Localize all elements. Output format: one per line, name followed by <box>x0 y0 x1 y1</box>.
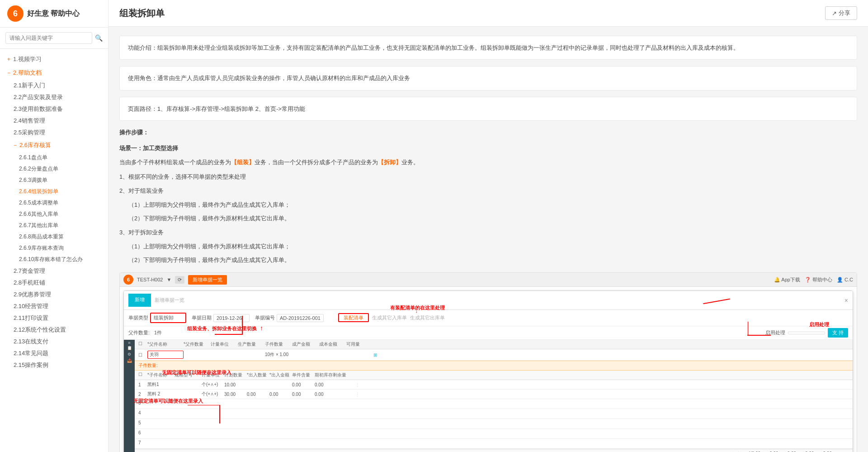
row1-check[interactable]: ☐ <box>138 352 147 357</box>
sidebar-item-cost-adjust[interactable]: 2.6.5成本调整单 <box>0 197 108 209</box>
step-1: 1、根据不同的业务，选择不同单据的类型来处理 <box>119 171 857 183</box>
col-avail-qty: 可用量 <box>346 341 373 347</box>
sidebar-item-finance[interactable]: 2.7资金管理 <box>0 265 108 277</box>
lcol-remain: 剩余量 <box>333 372 355 378</box>
app-icon-help: ❓ 帮助中心 <box>805 276 832 283</box>
field-count-label: 父件数量: <box>128 329 150 336</box>
sidebar-item-sales[interactable]: 2.4销售管理 <box>0 115 108 127</box>
inner-app-logo: 6 <box>123 275 133 285</box>
ann4-text: 无固定清单可以随便在这里录入 <box>162 369 231 376</box>
arr4-line <box>219 405 220 423</box>
inner-app-title-bar: 新增 新增单据一览 × <box>124 291 853 310</box>
lower-table-header: ☐ *子件名称 规格型号 计量单位 计划数量 *出入数量 *出入金额 单件含量 … <box>135 371 853 380</box>
lrow2-init: 0.00 <box>315 392 333 397</box>
ann4-overlay: 无固定清单可以随便在这里录入 <box>133 398 203 404</box>
lrow2-act[interactable]: ⋮ <box>355 392 364 397</box>
inner-app-close-btn[interactable]: × <box>844 297 848 304</box>
share-icon: ↗ <box>832 10 837 17</box>
step-2-1: （1）上部明细为父件明细，最终作为产成品生成其它入库单； <box>119 200 857 211</box>
sidebar-item-online-pay[interactable]: 2.13在线支付 <box>0 336 108 347</box>
field-enable-input[interactable]: 启用处理 <box>788 332 825 334</box>
sidebar-item-transfer[interactable]: 2.6.3调拨单 <box>0 175 108 186</box>
search-icon[interactable]: 🔍 <box>95 34 103 42</box>
lcol-check: ☐ <box>138 372 147 378</box>
row1-parent-name[interactable]: 关羽 <box>147 351 184 359</box>
sidebar-item-partial-stock[interactable]: 2.6.2分量盘点单 <box>0 163 108 175</box>
field-doc-no: 单据编号 AD-20191226-001 <box>255 314 324 322</box>
sidebar-item-newbie[interactable]: 2.1新手入门 <box>0 80 108 91</box>
sidebar-item-other-in[interactable]: 2.6.6其他入库单 <box>0 209 108 220</box>
lrow2-no: 2 <box>138 392 147 397</box>
left-icon-3: ⚙ <box>127 352 131 357</box>
sidebar-item-purchase[interactable]: 2.5采购管理 <box>0 127 108 138</box>
lrow2-unit: 个(+∧+) <box>202 391 224 397</box>
table-footer-totals: 合计 ¥0.00 0.00 0.00 0.00 0.00 ⊞ <box>135 449 853 452</box>
col-action <box>373 341 382 347</box>
sidebar-item-customization[interactable]: 2.12系统个性化设置 <box>0 324 108 336</box>
lower-table-row-1: 1 黑料1 个(+∧+) 10.00 0.00 0.00 ⋮ <box>135 380 853 390</box>
sidebar-item-stock-check[interactable]: 2.6.1盘点单 <box>0 152 108 163</box>
inner-tab-list[interactable]: 新增单据一览 <box>155 297 184 304</box>
field-doc-type-value[interactable]: 组装拆卸 <box>150 313 186 323</box>
sidebar-item-print[interactable]: 2.11打印设置 <box>0 312 108 324</box>
lrow2-io-qty: 0.00 <box>247 392 269 397</box>
search-input[interactable] <box>5 32 92 44</box>
lrow5-no: 5 <box>138 420 147 427</box>
left-icon-bar: ≡ 📋 ⚙ 📤 <box>124 340 135 452</box>
lrow1-act[interactable]: ⋮ <box>355 382 364 387</box>
col-sub-qty: 子件数量 <box>265 341 292 347</box>
sidebar-label-video: 1.视频学习 <box>13 55 42 63</box>
col-cost-amt: 成本金额 <box>319 341 346 347</box>
lower-table-row-5: 5 <box>135 419 853 429</box>
lower-table-row-2: 2 黑料 2 个(+∧+) 30.00 0.00 0.00 0.00 0.00 … <box>135 390 853 399</box>
sidebar-item-assembly[interactable]: 2.6.4组装拆卸单 <box>0 186 108 197</box>
ann2-area: 组装业务、拆卸业务在这里切换 ↑ <box>187 324 263 332</box>
share-button[interactable]: ↗ 分享 <box>825 6 857 20</box>
col-prod-amt: 成产金额 <box>292 341 319 347</box>
sidebar-item-ops[interactable]: 2.10经营管理 <box>0 300 108 312</box>
lower-table-row-4: 4 <box>135 409 853 419</box>
intro-block: 功能介绍：组装拆卸单用来处理企业组装或拆卸等加工业务，支持有固定装配清单的产品加… <box>119 36 857 60</box>
sidebar-item-cases[interactable]: 2.15操作案例 <box>0 359 108 371</box>
sidebar-item-ledger-fix[interactable]: 2.6.10库存账本错了怎么办 <box>0 254 108 265</box>
lrow1-init: 0.00 <box>315 382 333 387</box>
lower-table-row-6: 6 <box>135 429 853 439</box>
sidebar-item-install[interactable]: 2.2产品安装及登录 <box>0 91 108 103</box>
table-section: ≡ 📋 ⚙ 📤 ☐ *父件名称 *父件数量 计量单位 生产数量 <box>124 340 853 452</box>
sidebar-item-inventory[interactable]: − 2.6库存核算 <box>0 138 108 152</box>
sidebar: 6 好生意 帮助中心 🔍 + 1.视频学习 − 2.帮助文档 2.1新手入门 2… <box>0 0 108 452</box>
inner-tab-new[interactable]: 新增 <box>128 294 151 307</box>
sidebar-item-ledger-query[interactable]: 2.6.9库存账本查询 <box>0 243 108 254</box>
sidebar-item-video[interactable]: + 1.视频学习 <box>0 52 108 66</box>
row1-sub-qty: 10件 × 1.00 <box>265 352 292 358</box>
lcol-act <box>355 372 364 378</box>
expand-icon: + <box>7 56 10 62</box>
sidebar-item-docs[interactable]: − 2.帮助文档 <box>0 66 108 80</box>
field-doc-type: 单据类型 组装拆卸 <box>128 313 186 323</box>
row1-expand[interactable]: ⊞ <box>373 352 382 357</box>
ann2-text: 组装业务、拆卸业务在这里切换 <box>187 326 257 331</box>
btn-gen-in[interactable]: 生成其它入库单 <box>372 315 407 320</box>
app-logo-icon: 6 <box>7 5 24 22</box>
sidebar-item-cost-recalc[interactable]: 2.6.8商品成本重算 <box>0 231 108 243</box>
field-date-value[interactable]: 2019-12-26 <box>213 314 250 322</box>
sidebar-item-other-out[interactable]: 2.6.7其他出库单 <box>0 220 108 231</box>
lrow4-no: 4 <box>138 410 147 417</box>
sidebar-item-coupon[interactable]: 2.9优惠券管理 <box>0 289 108 300</box>
sidebar-item-faq[interactable]: 2.14常见问题 <box>0 347 108 359</box>
app-icon-user: 👤 C.C <box>837 277 853 283</box>
btn-assembly-list[interactable]: 装配清单 <box>338 313 369 322</box>
sidebar-item-mobile[interactable]: 2.8手机旺铺 <box>0 277 108 289</box>
path-text: 页面路径：1、库存核算->库存管理->组装拆卸单 2、首页->常用功能 <box>128 105 305 112</box>
field-doc-no-value[interactable]: AD-20191226-001 <box>277 314 324 322</box>
collapse-inventory-icon: − <box>14 142 17 148</box>
inner-btn-new-doc[interactable]: 新增单据一览 <box>188 275 227 285</box>
step-3-1: （1）上部明细为父件明细，最终作为原材料生成其它出库单； <box>119 241 857 252</box>
intro-text: 功能介绍：组装拆卸单用来处理企业组装或拆卸等加工业务，支持有固定装配清单的产品加… <box>128 44 739 51</box>
btn-gen-out[interactable]: 生成其它出库单 <box>410 315 445 320</box>
sidebar-item-data-prep[interactable]: 2.3使用前数据准备 <box>0 103 108 115</box>
search-box: 🔍 <box>0 28 108 49</box>
btn-confirm-action[interactable]: 支 持 <box>828 328 848 338</box>
arr4-line2 <box>188 405 220 406</box>
inner-btn-refresh[interactable]: ⟳ <box>175 276 184 284</box>
